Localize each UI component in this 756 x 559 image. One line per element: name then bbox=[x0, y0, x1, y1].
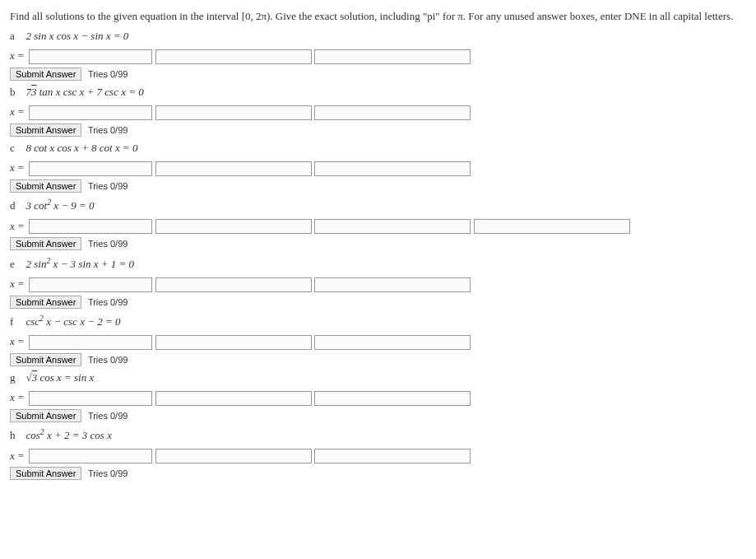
answer-input-g-1[interactable] bbox=[29, 391, 152, 406]
answer-input-g-3[interactable] bbox=[314, 391, 471, 406]
answer-input-e-1[interactable] bbox=[29, 277, 152, 292]
part-letter-e: e bbox=[10, 258, 23, 271]
answer-input-a-3[interactable] bbox=[314, 49, 471, 64]
answer-input-b-2[interactable] bbox=[155, 105, 312, 120]
answer-input-d-2[interactable] bbox=[155, 219, 312, 234]
submit-button-g[interactable]: Submit Answer bbox=[10, 409, 81, 422]
x-equals-label: x = bbox=[10, 49, 25, 62]
submit-button-c[interactable]: Submit Answer bbox=[10, 179, 81, 193]
problem-b: b 73 tan x csc x + 7 csc x = 0 x = Submi… bbox=[10, 86, 746, 137]
answer-input-e-3[interactable] bbox=[314, 277, 471, 292]
tries-label-e: Tries 0/99 bbox=[88, 297, 128, 307]
part-letter-h: h bbox=[10, 429, 23, 442]
submit-button-a[interactable]: Submit Answer bbox=[10, 68, 81, 81]
answer-input-e-2[interactable] bbox=[155, 277, 312, 292]
problem-d: d 3 cot2 x − 9 = 0 x = Submit Answer Tri… bbox=[10, 198, 746, 250]
x-equals-label: x = bbox=[10, 391, 25, 403]
part-letter-b: b bbox=[10, 86, 23, 99]
part-letter-c: c bbox=[10, 142, 23, 155]
submit-button-b[interactable]: Submit Answer bbox=[10, 123, 81, 137]
part-letter-g: g bbox=[10, 371, 23, 384]
answer-input-b-3[interactable] bbox=[314, 105, 471, 120]
part-letter-f: f bbox=[10, 315, 23, 328]
answer-input-h-1[interactable] bbox=[29, 449, 152, 464]
submit-button-e[interactable]: Submit Answer bbox=[10, 296, 81, 309]
x-equals-label: x = bbox=[10, 335, 25, 347]
x-equals-label: x = bbox=[10, 105, 25, 118]
equation-g: √3 cos x = sin x bbox=[26, 371, 95, 384]
answer-input-d-1[interactable] bbox=[29, 219, 152, 234]
equation-e: 2 sin2 x − 3 sin x + 1 = 0 bbox=[26, 258, 135, 270]
tries-label-g: Tries 0/99 bbox=[88, 411, 128, 421]
x-equals-label: x = bbox=[10, 450, 25, 462]
submit-button-d[interactable]: Submit Answer bbox=[10, 237, 81, 250]
answer-input-h-2[interactable] bbox=[155, 449, 312, 464]
part-letter-d: d bbox=[10, 199, 23, 212]
answer-input-a-2[interactable] bbox=[155, 49, 312, 64]
problem-h: h cos2 x + 2 = 3 cos x x = Submit Answer… bbox=[10, 427, 746, 480]
problem-instructions: Find all solutions to the given equation… bbox=[10, 10, 746, 23]
problem-e: e 2 sin2 x − 3 sin x + 1 = 0 x = Submit … bbox=[10, 255, 746, 308]
x-equals-label: x = bbox=[10, 220, 25, 232]
tries-label-b: Tries 0/99 bbox=[88, 125, 128, 135]
submit-button-h[interactable]: Submit Answer bbox=[10, 467, 81, 480]
problem-c: c 8 cot x cos x + 8 cot x = 0 x = Submit… bbox=[10, 142, 746, 193]
answer-input-a-1[interactable] bbox=[29, 49, 152, 64]
tries-label-f: Tries 0/99 bbox=[88, 355, 128, 365]
answer-input-d-3[interactable] bbox=[314, 219, 471, 234]
tries-label-c: Tries 0/99 bbox=[88, 181, 128, 191]
tries-label-d: Tries 0/99 bbox=[88, 239, 128, 249]
problem-a: a 2 sin x cos x − sin x = 0 x = Submit A… bbox=[10, 30, 746, 81]
x-equals-label: x = bbox=[10, 161, 25, 174]
answer-input-h-3[interactable] bbox=[314, 449, 471, 464]
equation-c: 8 cot x cos x + 8 cot x = 0 bbox=[26, 142, 138, 154]
answer-input-c-2[interactable] bbox=[155, 161, 312, 176]
equation-b: 73 tan x csc x + 7 csc x = 0 bbox=[26, 86, 144, 98]
answer-input-f-3[interactable] bbox=[314, 335, 471, 350]
x-equals-label: x = bbox=[10, 277, 25, 290]
answer-input-b-1[interactable] bbox=[29, 105, 152, 120]
answer-input-f-2[interactable] bbox=[155, 335, 312, 350]
problem-g: g √3 cos x = sin x x = Submit Answer Tri… bbox=[10, 371, 746, 422]
equation-d: 3 cot2 x − 9 = 0 bbox=[26, 199, 95, 212]
answer-input-f-1[interactable] bbox=[29, 335, 152, 350]
answer-input-g-2[interactable] bbox=[155, 391, 312, 406]
problem-f: f csc2 x − csc x − 2 = 0 x = Submit Answ… bbox=[10, 314, 746, 366]
equation-a: 2 sin x cos x − sin x = 0 bbox=[26, 30, 129, 42]
submit-button-f[interactable]: Submit Answer bbox=[10, 353, 81, 366]
tries-label-h: Tries 0/99 bbox=[88, 468, 128, 478]
equation-h: cos2 x + 2 = 3 cos x bbox=[26, 429, 112, 441]
answer-input-c-1[interactable] bbox=[29, 161, 152, 176]
tries-label-a: Tries 0/99 bbox=[88, 69, 128, 79]
answer-input-c-3[interactable] bbox=[314, 161, 471, 176]
answer-input-d-4[interactable] bbox=[474, 219, 630, 234]
part-letter-a: a bbox=[10, 30, 23, 43]
equation-f: csc2 x − csc x − 2 = 0 bbox=[26, 315, 121, 328]
